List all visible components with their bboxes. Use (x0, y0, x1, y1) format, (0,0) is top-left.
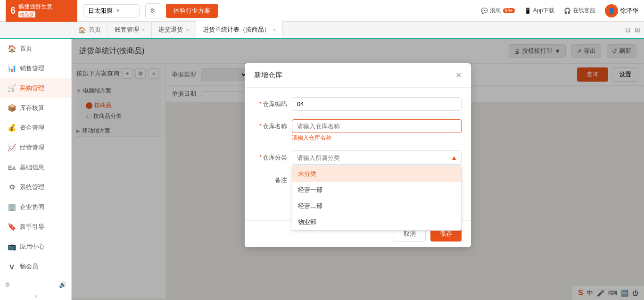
chevron-down-icon: ▼ (116, 8, 120, 13)
sidebar-scrollbar (35, 295, 37, 298)
sidebar-sales-label: 销售管理 (20, 64, 44, 73)
top-bar: 6 畅捷通好生意 精品版 日太阳膜 ▼ ⚙ 体验行业方案 💬 消息 99+ 📱 … (0, 0, 644, 22)
avatar: 👤 (605, 4, 618, 17)
try-button[interactable]: 体验行业方案 (166, 4, 218, 18)
service-button[interactable]: 🎧 在线客服 (564, 7, 595, 15)
code-input[interactable] (292, 97, 462, 111)
tab-accounts-label: 账套管理 (115, 25, 139, 34)
tab-bar: 🏠 首页 账套管理 × 进货退货 × 进货单统计表（按商品） × ⊟ ⊞ (0, 22, 644, 39)
content-area: 进货单统计(按商品) 🖨 按模板打印 ▼ ↗ 导出 ↺ 刷新 (72, 39, 644, 300)
tab-returns-close[interactable]: × (186, 27, 189, 33)
tab-home[interactable]: 🏠 首页 (72, 21, 108, 38)
modal-new-warehouse: 新增仓库 ✕ 仓库编码 仓库名称 (245, 63, 471, 247)
user-info[interactable]: 👤 徐泽华 (605, 4, 638, 17)
enterprise-icon: 🏢 (8, 203, 16, 211)
sidebar-basic-label: 基础信息 (20, 163, 44, 172)
sidebar-item-apps[interactable]: 📺 应用中心 (0, 237, 71, 257)
tab-accounts-close[interactable]: × (142, 27, 145, 33)
home-icon: 🏠 (78, 26, 86, 33)
message-badge: 99+ (503, 8, 515, 13)
sidebar-finance-label: 资金管理 (20, 124, 44, 132)
guide-icon: 🔖 (8, 223, 16, 231)
logo-area: 6 畅捷通好生意 精品版 (6, 0, 77, 22)
speaker-icon[interactable]: 🔊 (59, 281, 66, 288)
sidebar-enterprise-label: 企业协同 (20, 203, 44, 211)
name-control: 请输入仓库名称 (292, 119, 462, 142)
service-label: 在线客服 (573, 7, 595, 15)
finance-icon: 💰 (8, 124, 16, 132)
app-icon: 📱 (524, 8, 531, 14)
sidebar-item-home[interactable]: 🏠 首页 (0, 39, 71, 58)
app-label: App下载 (533, 7, 554, 15)
code-row: 仓库编码 (254, 97, 462, 111)
sidebar-item-basic[interactable]: Ea 基础信息 (0, 158, 71, 177)
system-icon: ⚙ (8, 183, 16, 192)
logo-text: 畅捷通好生意 (18, 3, 52, 11)
modal-overlay[interactable]: 新增仓库 ✕ 仓库编码 仓库名称 (72, 39, 644, 300)
sidebar: 🏠 首页 📊 销售管理 🛒 采购管理 📦 库存核算 💰 资金管理 📈 经营管理 … (0, 39, 72, 300)
message-button[interactable]: 💬 消息 99+ (481, 7, 515, 15)
category-row: 仓库分类 ▲ 未分类 经营一部 经营二部 物业部 (254, 150, 462, 165)
tab-accounts[interactable]: 账套管理 × (108, 21, 152, 38)
sidebar-item-purchase[interactable]: 🛒 采购管理 (0, 78, 71, 98)
tab-actions: ⊟ ⊞ (625, 26, 644, 33)
store-selector[interactable]: 日太阳膜 ▼ (83, 4, 140, 17)
sidebar-guide-label: 新手引导 (20, 223, 44, 231)
modal-title: 新增仓库 (254, 71, 282, 80)
category-label: 仓库分类 (254, 150, 292, 162)
name-row: 仓库名称 请输入仓库名称 (254, 119, 462, 142)
sidebar-item-finance[interactable]: 💰 资金管理 (0, 118, 71, 138)
dropdown-item-0[interactable]: 未分类 (292, 166, 461, 182)
tab-home-label: 首页 (89, 25, 101, 34)
sidebar-member-label: 畅会员 (20, 262, 38, 271)
app-download-button[interactable]: 📱 App下载 (524, 7, 554, 15)
sidebar-item-member[interactable]: V 畅会员 (0, 257, 71, 276)
home-icon: 🏠 (8, 44, 16, 53)
sidebar-item-ops[interactable]: 📈 经营管理 (0, 138, 71, 158)
sales-icon: 📊 (8, 64, 16, 73)
top-right-actions: 💬 消息 99+ 📱 App下载 🎧 在线客服 👤 徐泽华 (481, 4, 638, 17)
modal-close-button[interactable]: ✕ (455, 71, 462, 80)
gear-button[interactable]: ⚙ (145, 3, 160, 18)
member-icon: V (8, 262, 16, 271)
modal-header: 新增仓库 ✕ (245, 63, 471, 88)
tab-fullscreen-icon[interactable]: ⊞ (635, 26, 640, 33)
code-label: 仓库编码 (254, 97, 292, 108)
dropdown-item-2[interactable]: 经营二部 (292, 198, 461, 214)
name-input[interactable] (292, 119, 462, 133)
sidebar-purchase-label: 采购管理 (20, 84, 44, 92)
name-label: 仓库名称 (254, 119, 292, 131)
sidebar-item-guide[interactable]: 🔖 新手引导 (0, 217, 71, 237)
category-control: ▲ 未分类 经营一部 经营二部 物业部 (292, 150, 462, 165)
category-arrow-icon[interactable]: ▲ (447, 151, 461, 164)
store-name: 日太阳膜 (88, 7, 113, 15)
dropdown-item-1[interactable]: 经营一部 (292, 182, 461, 198)
tab-restore-icon[interactable]: ⊟ (625, 26, 631, 33)
sidebar-item-inventory[interactable]: 📦 库存核算 (0, 98, 71, 118)
tab-stats-close[interactable]: × (273, 27, 276, 33)
sidebar-home-label: 首页 (20, 44, 32, 53)
logo-icon: 6 (10, 5, 16, 16)
category-input-wrap: ▲ (292, 150, 462, 165)
tab-stats[interactable]: 进货单统计表（按商品） × (196, 21, 283, 38)
category-input[interactable] (292, 151, 447, 164)
sidebar-item-system[interactable]: ⚙ 系统管理 (0, 177, 71, 197)
ops-icon: 📈 (8, 143, 16, 152)
sidebar-item-sales[interactable]: 📊 销售管理 (0, 58, 71, 78)
modal-body: 仓库编码 仓库名称 请输入仓库名称 (245, 88, 471, 220)
main-layout: 🏠 首页 📊 销售管理 🛒 采购管理 📦 库存核算 💰 资金管理 📈 经营管理 … (0, 39, 644, 300)
tab-returns[interactable]: 进货退货 × (152, 21, 196, 38)
note-label: 备注 (254, 173, 292, 184)
dropdown-item-3[interactable]: 物业部 (292, 214, 461, 230)
name-error-text: 请输入仓库名称 (292, 134, 462, 142)
sidebar-apps-label: 应用中心 (20, 242, 44, 251)
purchase-icon: 🛒 (8, 84, 16, 92)
settings-icon[interactable]: ⚙ (5, 281, 10, 288)
headset-icon: 🎧 (564, 8, 571, 14)
sidebar-item-enterprise[interactable]: 🏢 企业协同 (0, 197, 71, 217)
user-name: 徐泽华 (620, 7, 638, 15)
sidebar-bottom: ⚙ 🔊 (0, 276, 71, 293)
message-label: 消息 (490, 7, 501, 15)
message-icon: 💬 (481, 8, 488, 14)
sidebar-ops-label: 经营管理 (20, 143, 44, 152)
